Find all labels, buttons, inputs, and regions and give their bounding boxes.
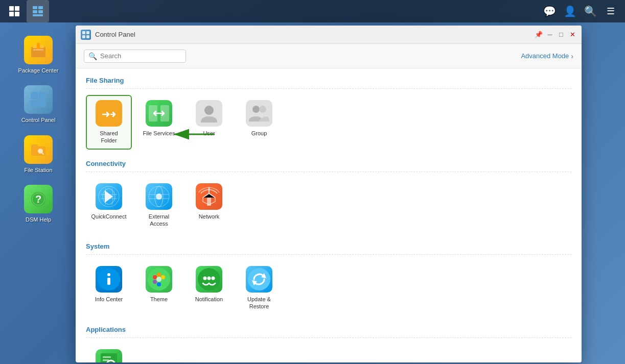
desktop: Package Center Control Panel File Statio… <box>0 22 77 364</box>
shared-folder-img <box>96 100 122 127</box>
svg-rect-12 <box>39 100 46 107</box>
update-restore-icon[interactable]: Update &Restore <box>236 261 282 316</box>
search-box[interactable]: 🔍 <box>84 50 186 63</box>
svg-rect-21 <box>86 35 89 38</box>
network-icon[interactable]: Network <box>186 178 232 233</box>
update-restore-label: Update &Restore <box>247 296 271 310</box>
menu-icon[interactable]: ☰ <box>601 2 620 20</box>
svg-point-26 <box>259 106 266 113</box>
app-menu-button[interactable] <box>5 2 24 20</box>
external-access-icon[interactable]: External Access <box>136 178 182 233</box>
file-station-desktop-icon[interactable]: File Station <box>13 132 64 177</box>
search-taskbar-icon[interactable]: 🔍 <box>581 2 599 20</box>
system-grid: Info Center Theme <box>86 261 571 316</box>
control-panel-desktop-icon[interactable]: Control Panel <box>13 82 64 127</box>
system-section-title: System <box>86 242 571 255</box>
advanced-mode-chevron: › <box>571 52 573 60</box>
svg-rect-9 <box>31 92 38 99</box>
svg-point-39 <box>157 273 161 277</box>
svg-rect-53 <box>103 356 111 358</box>
window-toolbar: 🔍 Advanced Mode › <box>76 44 582 68</box>
quickconnect-img <box>96 183 122 210</box>
dsm-help-label: DSM Help <box>26 216 51 223</box>
dsm-help-desktop-icon[interactable]: ? DSM Help <box>13 182 64 226</box>
minimize-button[interactable]: ─ <box>546 31 554 39</box>
shared-folder-icon[interactable]: SharedFolder <box>86 95 132 150</box>
svg-point-32 <box>156 193 162 200</box>
package-center-desktop-icon[interactable]: Package Center <box>13 33 64 77</box>
advanced-mode-label: Advanced Mode <box>521 52 569 60</box>
group-label: Group <box>251 130 267 137</box>
control-panel-taskbar-button[interactable] <box>27 0 49 22</box>
quickconnect-icon[interactable]: QuickConnect <box>86 178 132 233</box>
notification-img <box>196 266 222 293</box>
theme-label: Theme <box>150 296 168 303</box>
search-input[interactable] <box>100 52 177 60</box>
taskbar: 💬 👤 🔍 ☰ <box>0 0 625 22</box>
file-services-img <box>146 100 172 127</box>
info-center-icon[interactable]: Info Center <box>86 261 132 316</box>
content-area: File Sharing SharedFolder <box>76 68 582 362</box>
svg-rect-18 <box>82 31 85 34</box>
svg-point-43 <box>153 280 157 284</box>
update-restore-img <box>246 266 272 293</box>
svg-rect-8 <box>33 49 43 51</box>
svg-text:?: ? <box>35 193 41 205</box>
svg-point-38 <box>153 275 157 279</box>
user-label: User <box>203 130 215 137</box>
group-icon[interactable]: Group <box>236 95 282 150</box>
notification-icon[interactable]: Notification <box>186 261 232 316</box>
svg-point-24 <box>204 106 214 115</box>
window-titlebar: Control Panel 📌 ─ □ ✕ <box>76 26 582 44</box>
svg-point-46 <box>203 277 207 280</box>
external-access-label: External Access <box>139 213 179 228</box>
network-label: Network <box>199 213 219 220</box>
indexing-service-icon[interactable]: IndexingService <box>86 344 132 362</box>
advanced-mode-button[interactable]: Advanced Mode › <box>521 52 573 60</box>
theme-img <box>146 266 172 293</box>
svg-rect-11 <box>31 100 38 107</box>
package-center-label: Package Center <box>18 67 59 74</box>
file-station-label: File Station <box>24 166 52 174</box>
svg-point-40 <box>161 275 165 279</box>
file-sharing-section-title: File Sharing <box>86 77 571 89</box>
svg-rect-19 <box>86 31 89 34</box>
external-access-img <box>146 183 172 210</box>
applications-grid: IndexingService <box>86 344 571 362</box>
svg-rect-0 <box>33 6 37 9</box>
network-img <box>196 183 222 210</box>
user-icon[interactable]: 👤 <box>561 2 579 20</box>
close-button[interactable]: ✕ <box>568 31 576 39</box>
pin-button[interactable]: 📌 <box>535 31 543 39</box>
control-panel-label: Control Panel <box>21 116 56 124</box>
user-icon[interactable]: User <box>186 95 232 150</box>
file-services-label: File Services <box>143 130 175 137</box>
shared-folder-label: SharedFolder <box>100 130 118 144</box>
svg-point-49 <box>248 268 270 290</box>
connectivity-section-title: Connectivity <box>86 160 571 172</box>
svg-rect-1 <box>38 6 43 9</box>
svg-point-44 <box>156 277 161 282</box>
svg-rect-2 <box>33 10 37 13</box>
applications-section-title: Applications <box>86 326 571 338</box>
indexing-service-img <box>96 349 122 362</box>
connectivity-grid: QuickConnect External Access <box>86 178 571 233</box>
notification-label: Notification <box>195 296 223 303</box>
maximize-button[interactable]: □ <box>557 31 565 39</box>
window-icon <box>81 30 91 40</box>
group-img <box>246 100 272 127</box>
svg-rect-3 <box>38 10 43 13</box>
messages-icon[interactable]: 💬 <box>540 2 559 20</box>
svg-rect-4 <box>33 14 43 16</box>
window-controls: 📌 ─ □ ✕ <box>535 31 576 39</box>
svg-point-35 <box>107 273 110 276</box>
theme-icon[interactable]: Theme <box>136 261 182 316</box>
file-services-icon[interactable]: File Services <box>136 95 182 150</box>
window-title: Control Panel <box>95 31 135 38</box>
svg-point-42 <box>157 282 161 286</box>
taskbar-right: 💬 👤 🔍 ☰ <box>540 2 620 20</box>
file-sharing-grid: SharedFolder File Services <box>86 95 571 150</box>
svg-point-25 <box>252 106 260 113</box>
control-panel-window: Control Panel 📌 ─ □ ✕ 🔍 Advanced Mode › … <box>76 26 582 362</box>
svg-rect-10 <box>39 92 46 99</box>
